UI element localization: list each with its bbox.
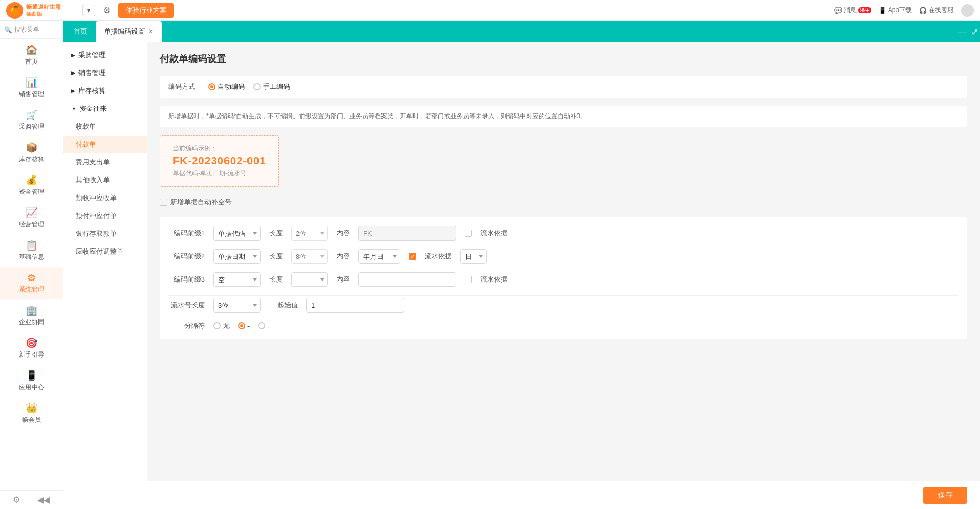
content-wrapper: ▶ 采购管理 ▶ 销售管理 ▶ 库存核算 ▼ 资金往来 收款单 付款单 [63, 42, 980, 509]
right-content: 付款单编码设置 编码方式 自动编码 手工编码 [147, 42, 980, 481]
page-title: 付款单编码设置 [160, 53, 967, 65]
radio-auto-dot [208, 83, 215, 90]
left-panel-inventory[interactable]: ▶ 库存核算 [63, 82, 147, 100]
separator-dash[interactable]: - [238, 322, 250, 330]
message-badge: 99+ [858, 7, 871, 13]
collapse-sidebar-button[interactable]: ◀◀ [37, 495, 50, 505]
left-panel-other-income[interactable]: 其他收入单 [63, 171, 147, 189]
top-bar: 🍊 畅通道好生意 插曲版 ▾ ⚙ 体验行业方案 💬 消息 99+ 📱 App下载… [0, 0, 980, 21]
left-panel-prepaid-recv[interactable]: 预收冲应收单 [63, 189, 147, 207]
prefix3-select[interactable]: 空 [213, 272, 261, 287]
save-button[interactable]: 保存 [923, 487, 967, 504]
start-value-label: 起始值 [277, 300, 298, 310]
prefix1-select[interactable]: 单据代码 [213, 226, 261, 241]
sidebar-item-corp[interactable]: 🏢 企业协同 [0, 299, 63, 332]
chart-icon: 📈 [26, 207, 37, 219]
cart-icon: 🛒 [26, 109, 37, 121]
settings-gear-button[interactable]: ⚙ [99, 3, 114, 18]
sidebar-item-sales[interactable]: 📊 销售管理 [0, 71, 63, 104]
tab-close-icon[interactable]: ✕ [148, 28, 153, 35]
sidebar-item-finance[interactable]: 💰 资金管理 [0, 169, 63, 202]
breadcrumb-select[interactable]: ▾ [82, 5, 95, 16]
sidebar-item-apps[interactable]: 📱 应用中心 [0, 365, 63, 397]
left-panel-receipt[interactable]: 收款单 [63, 118, 147, 136]
sales-icon: 📊 [26, 77, 37, 88]
separator-row: 分隔符 无 - . [168, 321, 959, 330]
separator-dot[interactable]: . [258, 322, 270, 330]
sidebar-item-basic[interactable]: 📋 基础信息 [0, 234, 63, 267]
gear-icon: ⚙ [27, 272, 36, 284]
serial-length-row: 流水号长度 3位 起始值 [168, 298, 959, 313]
left-panel-sales[interactable]: ▶ 销售管理 [63, 64, 147, 82]
sep-none-dot [213, 322, 221, 329]
code-preview: 当前编码示例： FK-20230602-001 单据代码-单据日期-流水号 [160, 135, 279, 187]
encode-mode-row: 编码方式 自动编码 手工编码 [160, 76, 967, 98]
prefix1-label: 编码前缀1 [168, 228, 205, 238]
sidebar-item-operations[interactable]: 📈 经营管理 [0, 202, 63, 234]
sidebar: 🔍 搜索菜单 🏠 首页 📊 销售管理 🛒 采购管理 📦 库存核算 💰 [0, 21, 63, 509]
serial-length-select[interactable]: 3位 [213, 298, 261, 313]
radio-group-encode: 自动编码 手工编码 [208, 82, 290, 91]
auto-fill-row: 新增单据自动补空号 [160, 198, 967, 207]
separator-none[interactable]: 无 [213, 321, 230, 330]
home-icon: 🏠 [26, 44, 37, 56]
cascade1-label: 流水依据 [480, 228, 508, 238]
code-preview-value: FK-20230602-001 [173, 155, 266, 167]
sidebar-item-newbie[interactable]: 🎯 新手引导 [0, 332, 63, 365]
main-area: 首页 单据编码设置 ✕ — ⤢ ▶ 采购管理 ▶ 销售管理 ▶ 库存核算 [63, 21, 980, 509]
building-icon: 🏢 [26, 305, 37, 316]
left-panel-purchase[interactable]: ▶ 采购管理 [63, 46, 147, 64]
left-panel-ap-adjust[interactable]: 应收应付调整单 [63, 243, 147, 261]
tab-home[interactable]: 首页 [65, 21, 96, 42]
left-panel: ▶ 采购管理 ▶ 销售管理 ▶ 库存核算 ▼ 资金往来 收款单 付款单 [63, 42, 147, 509]
tab-bar: 首页 单据编码设置 ✕ — ⤢ [63, 21, 980, 42]
sidebar-item-member[interactable]: 👑 畅会员 [0, 397, 63, 430]
left-panel-fund[interactable]: ▼ 资金往来 [63, 100, 147, 118]
divider [168, 295, 959, 296]
cascade2-label: 流水依据 [425, 252, 452, 261]
settings-bottom-button[interactable]: ⚙ [13, 495, 20, 505]
user-avatar[interactable] [961, 4, 974, 17]
length2-select[interactable]: 8位 [291, 249, 328, 264]
cascade1-checkbox[interactable] [465, 230, 472, 237]
prefix2-select[interactable]: 单据日期 [213, 249, 261, 264]
content1-input[interactable] [358, 226, 456, 241]
search-icon: 🔍 [4, 26, 12, 34]
left-panel-bank-deposit[interactable]: 银行存取款单 [63, 225, 147, 243]
left-panel-prepaid-pay[interactable]: 预付冲应付单 [63, 207, 147, 225]
cascade2-unit-select[interactable]: 日 [460, 249, 487, 264]
length3-label: 长度 [269, 275, 283, 284]
length3-select[interactable] [291, 272, 328, 287]
sep-dot-dot [258, 322, 265, 329]
sidebar-search[interactable]: 🔍 搜索菜单 [0, 21, 63, 39]
trial-button[interactable]: 体验行业方案 [118, 3, 174, 18]
tab-encoding[interactable]: 单据编码设置 ✕ [96, 21, 162, 42]
online-service-button[interactable]: 🎧 在线客服 [919, 6, 954, 15]
auto-fill-checkbox[interactable] [160, 199, 167, 206]
sidebar-item-home[interactable]: 🏠 首页 [0, 39, 63, 71]
chevron-down-icon-fund: ▼ [71, 106, 76, 111]
sidebar-item-inventory[interactable]: 📦 库存核算 [0, 137, 63, 169]
length1-select[interactable]: 2位 [291, 226, 328, 241]
sidebar-item-purchase[interactable]: 🛒 采购管理 [0, 104, 63, 137]
app-download-button[interactable]: 📱 App下载 [879, 6, 912, 15]
prefix2-label: 编码前缀2 [168, 252, 205, 261]
radio-manual-code[interactable]: 手工编码 [253, 82, 290, 91]
content3-input[interactable] [358, 272, 456, 287]
start-value-input[interactable] [306, 298, 404, 313]
tab-minimize-button[interactable]: — [958, 27, 967, 36]
cascade2-checkbox[interactable]: ✓ [409, 253, 416, 260]
message-icon: 💬 [834, 7, 842, 14]
content1-label: 内容 [336, 228, 350, 238]
form-section: 编码前缀1 单据代码 长度 2位 内容 流水依据 [160, 217, 967, 339]
sidebar-item-system[interactable]: ⚙ 系统管理 [0, 267, 63, 299]
left-panel-payment[interactable]: 付款单 [63, 136, 147, 153]
content2-select[interactable]: 年月日 [358, 249, 400, 264]
radio-auto-code[interactable]: 自动编码 [208, 82, 245, 91]
code-preview-format: 单据代码-单据日期-流水号 [173, 169, 266, 178]
cascade3-checkbox[interactable] [465, 276, 472, 283]
messages-button[interactable]: 💬 消息 99+ [834, 6, 871, 15]
tab-maximize-button[interactable]: ⤢ [971, 27, 978, 37]
left-panel-expense[interactable]: 费用支出单 [63, 153, 147, 171]
list-icon: 📋 [26, 240, 37, 251]
